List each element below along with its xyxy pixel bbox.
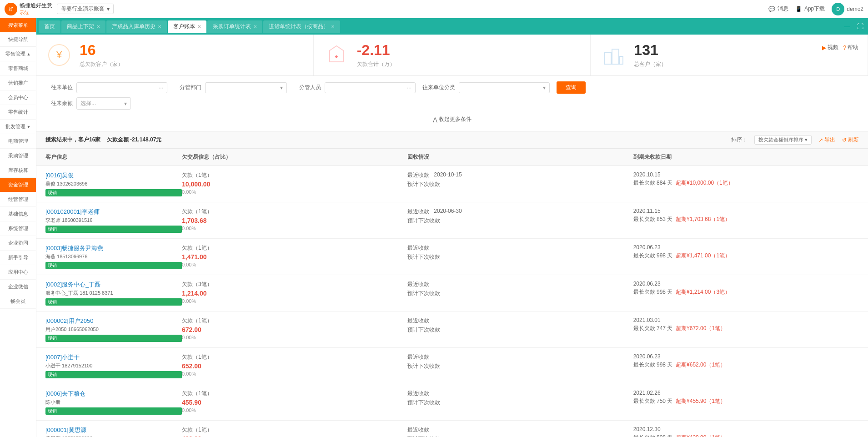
debt-info: 欠款（1笔） 10,000.00 0.00% — [182, 171, 407, 195]
tab-customer-account[interactable]: 客户账本 ✕ — [168, 20, 206, 33]
sidebar-item-marketing[interactable]: 营销推广 — [0, 76, 36, 90]
customer-id: [0001020001] — [45, 208, 82, 215]
sidebar-search[interactable]: 搜索菜单 — [0, 18, 36, 32]
customer-name-link[interactable]: [000001]黄思源 — [45, 426, 182, 434]
search-button[interactable]: 查询 — [557, 81, 586, 94]
close-icon[interactable]: ✕ — [96, 24, 100, 29]
sidebar-item-member-vip[interactable]: 畅会员 — [0, 294, 36, 309]
overdue-date: 2020.06.23 — [633, 244, 859, 251]
message-btn[interactable]: 💬 消息 — [768, 5, 788, 13]
stat-content-debt-customers: 16 总欠款客户（家） — [80, 42, 123, 68]
minimize-icon[interactable]: — — [842, 22, 853, 31]
sidebar-item-member[interactable]: 会员中心 — [0, 90, 36, 105]
customer-tag: 现销 — [45, 335, 182, 342]
results-debt-amount: 欠款金额 -21,148.07元 — [107, 136, 162, 143]
overdue-link[interactable]: 超期¥1,703.68（1笔） — [676, 216, 730, 222]
sidebar-item-app-center[interactable]: 应用中心 — [0, 265, 36, 280]
customer-id: [0007] — [45, 354, 62, 361]
sidebar-item-label: 企业协同 — [8, 240, 28, 246]
overdue-link[interactable]: 超期¥10,000.00（1笔） — [676, 180, 733, 186]
debt-percent: 0.00% — [182, 298, 407, 304]
sort-select[interactable]: 按欠款金额倒序排序 ▾ — [754, 135, 812, 145]
chevron-down-icon: ▾ — [543, 85, 546, 91]
overdue-link[interactable]: 超期¥672.00（1笔） — [676, 325, 726, 332]
person-input[interactable] — [329, 85, 407, 91]
overdue-link[interactable]: 超期¥455.90（1笔） — [676, 398, 726, 404]
sidebar-item-retail-mall[interactable]: 零售商城 — [0, 61, 36, 76]
close-icon[interactable]: ✕ — [158, 24, 161, 29]
tab-home[interactable]: 首页 — [39, 20, 60, 33]
overdue-info: 2020.12.30 最长欠款 808 天 超期¥429.00（1笔） — [633, 426, 859, 437]
sidebar-item-retail-stats[interactable]: 零售统计 — [0, 105, 36, 120]
overdue-days: 最长欠款 750 天 — [633, 398, 673, 404]
sidebar-quick-nav-btn[interactable]: 快捷导航 — [0, 32, 36, 47]
overdue-link[interactable]: 超期¥429.00（1笔） — [676, 434, 726, 437]
overdue-link[interactable]: 超期¥652.00（1笔） — [676, 362, 726, 368]
sidebar-item-ecom[interactable]: 电商管理 — [0, 134, 36, 149]
close-icon[interactable]: ✕ — [197, 24, 201, 29]
stat-icon-debt-amount: ⬥ — [323, 41, 350, 69]
chevron-icon: ▼ — [27, 125, 31, 129]
filter-unit-category-dropdown[interactable]: ▾ — [459, 82, 550, 93]
sidebar-item-retail-mgmt[interactable]: 零售管理 ▲ — [0, 47, 36, 61]
overdue-detail: 最长欠款 998 天 超期¥652.00（1笔） — [633, 361, 859, 369]
table-row: [0002]服务中心_丁磊 服务中心_丁磊 181 0125 8371 现销 欠… — [36, 275, 868, 311]
overdue-detail: 最长欠款 998 天 超期¥1,471.00（1笔） — [633, 252, 859, 260]
tab-purchase-order[interactable]: 采购订单统计表 ✕ — [207, 20, 262, 33]
overdue-date: 2020.10.15 — [633, 171, 859, 178]
filter-input-person[interactable]: ··· — [325, 82, 416, 93]
sidebar-item-biz-mgmt[interactable]: 经营管理 — [0, 192, 36, 207]
customer-name-link[interactable]: [0007]小迸干 — [45, 353, 182, 362]
stats-row: ¥ 16 总欠款客户（家） ⬥ — [36, 35, 868, 76]
tab-product-history[interactable]: 产成品入库单历史 ✕ — [106, 20, 167, 33]
collapse-filter-btn[interactable]: ⋀ 收起更多条件 — [45, 113, 859, 126]
sidebar-item-enterprise-wechat[interactable]: 企业微信 — [0, 280, 36, 294]
tab-import-stats[interactable]: 进货单统计表（按商品） ✕ — [263, 20, 340, 33]
refresh-button[interactable]: ↺ 刷新 — [842, 136, 859, 144]
refresh-icon: ↺ — [842, 137, 847, 143]
sidebar-item-enterprise[interactable]: 企业协同 — [0, 236, 36, 251]
export-button[interactable]: ↗ 导出 — [818, 136, 835, 144]
customer-name-text: 李老师 — [82, 208, 100, 215]
user-profile[interactable]: D demo2 — [832, 3, 863, 15]
customer-name-link[interactable]: [0006]去下粮仓 — [45, 390, 182, 398]
sidebar-item-inventory[interactable]: 库存核算 — [0, 163, 36, 178]
overdue-link[interactable]: 超期¥1,471.00（1笔） — [676, 252, 730, 259]
overdue-link[interactable]: 超期¥1,214.00（3笔） — [676, 289, 730, 295]
filter-input-unit[interactable]: ··· — [76, 82, 167, 93]
close-icon[interactable]: ✕ — [331, 24, 335, 29]
video-btn[interactable]: ▶ 视频 — [822, 44, 838, 51]
next-payment-row: 预计下次收款 — [407, 253, 633, 261]
tab-label: 采购订单统计表 — [213, 23, 251, 30]
tab-product-shelf[interactable]: 商品上下架 ✕ — [61, 20, 105, 33]
maximize-icon[interactable]: ⛶ — [855, 22, 866, 31]
customer-name-link[interactable]: [0016]吴俊 — [45, 171, 182, 180]
sidebar-item-basic-info[interactable]: 基础信息 — [0, 207, 36, 221]
sidebar-item-purchase[interactable]: 采购管理 — [0, 149, 36, 163]
tab-label: 进货单统计表（按商品） — [269, 23, 329, 30]
customer-name-link[interactable]: [000002]用户2050 — [45, 317, 182, 325]
overdue-detail: 最长欠款 884 天 超期¥10,000.00（1笔） — [633, 179, 859, 187]
debt-info: 欠款（3笔） 1,214.00 0.00% — [182, 281, 407, 304]
sidebar-item-batch-mgmt[interactable]: 批发管理 ▼ — [0, 120, 36, 134]
col-header-debt: 欠交易信息（占比） — [182, 153, 407, 161]
sidebar-item-label: 采购管理 — [8, 153, 28, 158]
chevron-up-icon: ⋀ — [433, 116, 437, 123]
sidebar-item-new-guide[interactable]: 新手引导 — [0, 251, 36, 265]
customer-name-text: 用户2050 — [69, 317, 94, 324]
customer-name-link[interactable]: [0001020001]李老师 — [45, 208, 182, 216]
main-content: 首页 商品上下架 ✕ 产成品入库单历史 ✕ 客户账本 ✕ 采购订单统计表 ✕ 进… — [36, 18, 868, 437]
next-payment-row: 预计下次收款 — [407, 326, 633, 334]
store-selector[interactable]: 母婴行业演示账套 ▾ — [57, 4, 114, 14]
unit-input[interactable] — [80, 85, 159, 91]
app-download-btn[interactable]: 📱 App下载 — [795, 5, 825, 13]
filter-balance-dropdown[interactable]: 选择... ▾ — [76, 97, 131, 110]
overdue-date: 2020.12.30 — [633, 426, 859, 432]
filter-dept-dropdown[interactable]: ▾ — [205, 82, 287, 93]
close-icon[interactable]: ✕ — [253, 24, 257, 29]
help-btn[interactable]: ? 帮助 — [843, 44, 858, 51]
customer-name-link[interactable]: [0003]畅捷服务尹海燕 — [45, 244, 182, 252]
customer-name-link[interactable]: [0002]服务中心_丁磊 — [45, 281, 182, 289]
sidebar-item-finance[interactable]: 资金管理 — [0, 178, 36, 192]
sidebar-item-sys-mgmt[interactable]: 系统管理 — [0, 221, 36, 236]
